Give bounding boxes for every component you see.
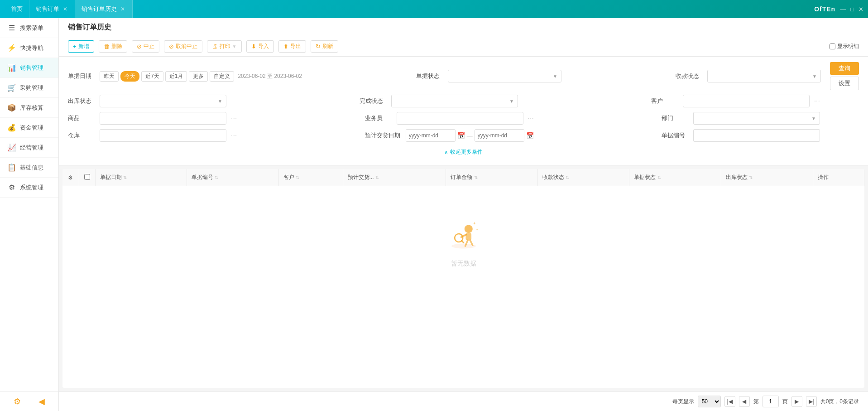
first-page-button[interactable]: |◀ xyxy=(724,396,735,407)
sidebar-item-quick-nav-label: 快捷导航 xyxy=(20,44,43,52)
sidebar-settings-icon[interactable]: ⚙ xyxy=(14,396,21,406)
bill-status-sort-icon: ⇅ xyxy=(657,175,661,180)
sidebar-item-system-label: 系统管理 xyxy=(20,184,43,192)
sidebar: ☰ 搜索菜单 ⚡ 快捷导航 📊 销售管理 🛒 采购管理 📦 库存核算 💰 资金管… xyxy=(0,18,59,411)
collapse-row[interactable]: ∧ 收起更多条件 xyxy=(68,146,859,160)
collect-select[interactable]: ▼ xyxy=(707,70,821,82)
filter-row-2: 出库状态 ▼ 完成状态 ▼ 客户 ··· xyxy=(68,95,859,107)
date-btn-more[interactable]: 更多 xyxy=(189,71,208,82)
salesperson-input[interactable] xyxy=(397,112,523,125)
th-check[interactable] xyxy=(79,169,95,186)
refresh-button[interactable]: ↻ 刷新 xyxy=(311,40,338,53)
delivery-to-calendar-icon[interactable]: 📅 xyxy=(526,132,534,139)
page-size-select[interactable]: 20 50 100 xyxy=(698,396,721,407)
stop-icon: ⊘ xyxy=(137,43,142,50)
goods-input[interactable] xyxy=(100,112,226,125)
select-all-checkbox[interactable] xyxy=(84,174,90,180)
tab-sales-order-history-close[interactable]: ✕ xyxy=(120,6,126,12)
delete-button[interactable]: 🗑 删除 xyxy=(99,40,127,53)
delivery-to-input[interactable] xyxy=(475,129,524,142)
tab-sales-order-close[interactable]: ✕ xyxy=(62,6,68,12)
status-label: 单据状态 xyxy=(416,72,443,80)
sidebar-item-finance[interactable]: 💰 资金管理 xyxy=(0,118,58,138)
th-settings[interactable]: ⚙ xyxy=(62,169,79,186)
empty-text: 暂无数据 xyxy=(451,260,476,268)
date-btn-7days[interactable]: 近7天 xyxy=(141,71,163,82)
sidebar-item-operations[interactable]: 📈 经营管理 xyxy=(0,138,58,158)
sidebar-item-sales[interactable]: 📊 销售管理 xyxy=(0,58,58,78)
date-btn-today[interactable]: 今天 xyxy=(120,71,139,82)
tab-home[interactable]: 首页 xyxy=(5,0,29,18)
import-icon: ⬇ xyxy=(251,43,256,50)
status-select[interactable]: ▼ xyxy=(448,70,561,82)
out-arrow-icon: ▼ xyxy=(218,99,222,104)
th-amount[interactable]: 订单金额 ⇅ xyxy=(446,169,538,186)
th-out-status[interactable]: 出库状态 ⇅ xyxy=(721,169,813,186)
sidebar-item-basic-info[interactable]: 📋 基础信息 xyxy=(0,158,58,178)
toolbar: + 新增 🗑 删除 ⊘ 中止 ⊘ 取消中止 🖨 打印 ▼ ⬇ 导 xyxy=(59,37,868,57)
import-button[interactable]: ⬇ 导入 xyxy=(246,40,274,53)
show-details-label: 显示明细 xyxy=(837,43,859,50)
th-delivery[interactable]: 预计交货... ⇅ xyxy=(343,169,446,186)
date-btn-custom[interactable]: 自定义 xyxy=(210,71,234,82)
show-details-checkbox[interactable] xyxy=(830,44,835,49)
set-button[interactable]: 设置 xyxy=(830,77,859,90)
export-button[interactable]: ⬆ 导出 xyxy=(278,40,306,53)
new-icon: + xyxy=(73,43,77,50)
customer-more-icon[interactable]: ··· xyxy=(814,97,820,105)
last-page-button[interactable]: ▶| xyxy=(806,396,817,407)
print-button[interactable]: 🖨 打印 ▼ xyxy=(207,40,242,53)
warehouse-input[interactable] xyxy=(100,129,226,142)
new-button[interactable]: + 新增 xyxy=(68,40,94,53)
date-btn-1month[interactable]: 近1月 xyxy=(165,71,187,82)
th-payment-status[interactable]: 收款状态 ⇅ xyxy=(537,169,629,186)
export-label: 导出 xyxy=(290,43,301,50)
th-actions-label: 操作 xyxy=(818,174,829,180)
sidebar-item-inventory[interactable]: 📦 库存核算 xyxy=(0,98,58,118)
number-sort-icon: ⇅ xyxy=(215,175,218,180)
th-bill-status[interactable]: 单据状态 ⇅ xyxy=(629,169,721,186)
data-table: ⚙ 单据日期 ⇅ 单据编号 ⇅ xyxy=(62,169,864,186)
settings-icon[interactable]: ⚙ xyxy=(68,174,73,181)
tab-sales-order-history[interactable]: 销售订单历史 ✕ xyxy=(75,0,133,18)
date-options-group: 昨天 今天 近7天 近1月 更多 自定义 2023-06-02 至 2023-0… xyxy=(100,71,302,82)
warehouse-more-icon[interactable]: ··· xyxy=(231,131,237,140)
out-select[interactable]: ▼ xyxy=(100,95,226,107)
empty-illustration: ✦ ✦ xyxy=(443,213,484,254)
amount-sort-icon: ⇅ xyxy=(474,175,478,180)
query-button[interactable]: 查询 xyxy=(830,62,859,75)
next-page-button[interactable]: ▶ xyxy=(791,396,802,407)
dept-select[interactable]: ▼ xyxy=(693,112,820,125)
th-payment-status-label: 收款状态 xyxy=(542,174,564,180)
prev-page-button[interactable]: ◀ xyxy=(739,396,750,407)
sidebar-item-quick-nav[interactable]: ⚡ 快捷导航 xyxy=(0,38,58,58)
bill-number-input[interactable] xyxy=(693,129,820,142)
cancel-stop-button[interactable]: ⊘ 取消中止 xyxy=(164,40,202,53)
date-btn-yesterday[interactable]: 昨天 xyxy=(100,71,119,82)
window-maximize[interactable]: □ xyxy=(850,6,854,13)
complete-select[interactable]: ▼ xyxy=(391,95,518,107)
show-details-toggle[interactable]: 显示明细 xyxy=(830,43,859,50)
th-date[interactable]: 单据日期 ⇅ xyxy=(95,169,187,186)
delivery-from-input[interactable] xyxy=(406,129,456,142)
sidebar-item-search-menu[interactable]: ☰ 搜索菜单 xyxy=(0,18,58,38)
th-number[interactable]: 单据编号 ⇅ xyxy=(187,169,279,186)
sidebar-item-purchase[interactable]: 🛒 采购管理 xyxy=(0,78,58,98)
salesperson-more-icon[interactable]: ··· xyxy=(528,114,534,122)
window-minimize[interactable]: — xyxy=(840,6,846,13)
stop-button[interactable]: ⊘ 中止 xyxy=(132,40,159,53)
cancel-stop-label: 取消中止 xyxy=(176,43,197,50)
customer-input[interactable] xyxy=(683,95,810,107)
out-sort-icon: ⇅ xyxy=(749,175,753,180)
sidebar-item-system[interactable]: ⚙ 系统管理 xyxy=(0,178,58,198)
delivery-from-calendar-icon[interactable]: 📅 xyxy=(457,132,465,139)
status-arrow-icon: ▼ xyxy=(553,74,557,79)
page-number-input[interactable] xyxy=(762,396,779,407)
tab-sales-order[interactable]: 销售订单 ✕ xyxy=(29,0,75,18)
goods-more-icon[interactable]: ··· xyxy=(231,114,237,122)
th-customer[interactable]: 客户 ⇅ xyxy=(278,169,343,186)
window-close[interactable]: ✕ xyxy=(858,6,863,13)
sidebar-collapse-icon[interactable]: ◀ xyxy=(38,396,45,406)
print-arrow-icon: ▼ xyxy=(232,44,237,49)
date-range-text: 2023-06-02 至 2023-06-02 xyxy=(238,73,302,80)
